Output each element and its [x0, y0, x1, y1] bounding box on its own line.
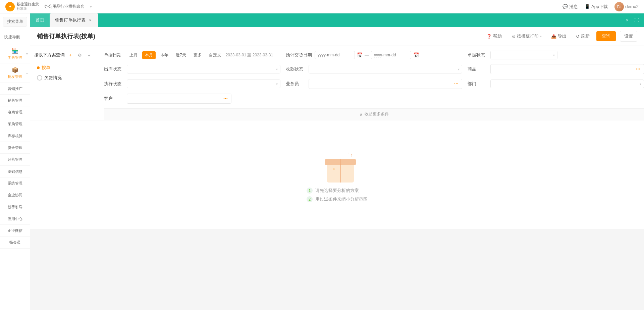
- delivery-date-start-input[interactable]: [315, 51, 355, 59]
- sidebar-item-operation[interactable]: 经营管理: [0, 154, 30, 165]
- user-profile[interactable]: Ea demo2: [614, 2, 639, 11]
- top-header: ✦ 畅捷通好生意 标准版 办公用品行业模拟账套 ▾ 💬 消息 📱 App下载 E…: [0, 0, 644, 13]
- sidebar-item-wholesale[interactable]: 📦 批发管理 ▴: [0, 63, 30, 83]
- sidebar-item-retail[interactable]: 🏪 零售管理 ▾: [0, 44, 30, 63]
- settings-label: 设置: [624, 33, 633, 39]
- sidebar-item-member[interactable]: 畅会员: [0, 237, 30, 248]
- sidebar-item-purchase[interactable]: 采购管理: [0, 118, 30, 130]
- download-icon: 📱: [585, 4, 590, 9]
- help-button[interactable]: ❓ 帮助: [484, 32, 504, 41]
- date-tab-more[interactable]: 更多: [191, 51, 204, 59]
- settings-button[interactable]: 设置: [620, 31, 637, 42]
- date-tab-7days[interactable]: 近7天: [173, 51, 189, 59]
- payment-status-group: 收款状态 ▾: [286, 65, 462, 73]
- collapse-label: 收起更多条件: [365, 111, 389, 117]
- left-filter-panel: 按以下方案查询 + ⚙ « 按单 欠货情况: [30, 46, 97, 120]
- exec-status-select[interactable]: [127, 80, 280, 88]
- tab-close-icon[interactable]: ×: [88, 17, 93, 23]
- sidebar-item-sales[interactable]: 销售管理: [0, 95, 30, 106]
- refresh-button[interactable]: ↺ 刷新: [573, 32, 592, 41]
- header-left: ✦ 畅捷通好生意 标准版 办公用品行业模拟账套 ▾: [5, 2, 92, 11]
- department-select[interactable]: [490, 80, 644, 88]
- calendar-start-icon[interactable]: 📅: [357, 52, 363, 58]
- tab-sales-order[interactable]: 销售订单执行表 ×: [50, 13, 98, 27]
- plan-item-single[interactable]: 按单: [34, 63, 93, 73]
- search-button[interactable]: 查询: [596, 31, 616, 41]
- sidebar-item-enterprise[interactable]: 企业协同: [0, 189, 30, 201]
- quick-nav-section: 快捷导航: [0, 30, 30, 44]
- window-close-button[interactable]: ×: [624, 17, 631, 23]
- tutorial-label: 新手引导: [8, 205, 22, 209]
- date-tab-last-month[interactable]: 上月: [127, 51, 140, 59]
- sidebar-item-system[interactable]: 系统管理: [0, 177, 30, 189]
- sidebar: 搜索菜单 快捷导航 🏪 零售管理 ▾ 📦 批发管理 ▴ 营销推广 销售管理 电商…: [0, 13, 30, 310]
- sidebar-item-marketing[interactable]: 营销推广: [0, 83, 30, 95]
- wholesale-arrow-icon: ▴: [26, 71, 28, 75]
- calendar-end-icon[interactable]: 📅: [413, 52, 419, 58]
- sidebar-item-finance[interactable]: 资金管理: [0, 142, 30, 154]
- doc-status-dropdown: ▾: [490, 51, 557, 59]
- product-more-dots[interactable]: ···: [636, 66, 640, 72]
- content-area: 首页 销售订单执行表 × × ⛶ 销售订单执行表(按单) ❓: [30, 13, 644, 310]
- export-button[interactable]: 📤 导出: [548, 32, 569, 41]
- sidebar-item-ecommerce[interactable]: 电商管理: [0, 106, 30, 118]
- page-actions: ❓ 帮助 🖨 按模板打印 ▾ 📤 导出 ↺: [484, 31, 637, 42]
- svg-point-6: [333, 168, 335, 170]
- add-plan-button[interactable]: +: [67, 51, 74, 59]
- tab-bar: 首页 销售订单执行表 × × ⛶: [30, 13, 644, 27]
- delivery-status-select[interactable]: [127, 65, 280, 73]
- collapse-icon: ∧: [360, 112, 363, 117]
- hint-text-1: 请先选择要分析的方案: [315, 188, 359, 194]
- delivery-date-end-input[interactable]: [371, 51, 411, 59]
- wholesale-icon: 📦: [12, 67, 18, 73]
- product-label: 商品: [468, 66, 488, 72]
- doc-status-filter-group: 单据状态 ▾: [468, 51, 644, 59]
- empty-hint-2: 2 用过滤条件来缩小分析范围: [307, 196, 368, 202]
- sidebar-item-app-center[interactable]: 应用中心: [0, 213, 30, 225]
- main-container: 搜索菜单 快捷导航 🏪 零售管理 ▾ 📦 批发管理 ▴ 营销推广 销售管理 电商…: [0, 13, 644, 310]
- customer-more-dots[interactable]: ···: [223, 96, 228, 102]
- hint-text-2: 用过滤条件来缩小分析范围: [315, 196, 368, 202]
- member-label: 畅会员: [9, 240, 20, 245]
- page-title: 销售订单执行表(按单): [37, 32, 95, 40]
- date-tab-current-year[interactable]: 本年: [158, 51, 171, 59]
- plan-item-shortage[interactable]: 欠货情况: [34, 73, 93, 83]
- page-title-row: 销售订单执行表(按单) ❓ 帮助 🖨 按模板打印 ▾ 📤: [37, 31, 637, 42]
- settings-plan-button[interactable]: ⚙: [76, 51, 84, 59]
- hint-num-1: 1: [307, 188, 313, 194]
- collapse-more-button[interactable]: ∧ 收起更多条件: [104, 108, 644, 120]
- purchase-label: 采购管理: [8, 121, 22, 126]
- search-menu-button[interactable]: 搜索菜单: [3, 17, 27, 27]
- app-download-button[interactable]: 📱 App下载: [585, 4, 608, 10]
- product-filter-group: 商品 ···: [468, 64, 644, 74]
- app-download-label: App下载: [591, 4, 608, 10]
- date-tab-current-month[interactable]: 本月: [142, 51, 156, 59]
- marketing-label: 营销推广: [8, 86, 22, 91]
- print-button[interactable]: 🖨 按模板打印 ▾: [508, 32, 544, 41]
- left-filter-title: 按以下方案查询: [34, 52, 65, 58]
- sidebar-item-basic-info[interactable]: 基础信息: [0, 166, 30, 177]
- customer-filter-group: 客户 ···: [104, 94, 231, 104]
- collapse-left-button[interactable]: «: [86, 51, 93, 59]
- app-subtitle: 标准版: [17, 6, 39, 11]
- tab-home[interactable]: 首页: [30, 13, 50, 27]
- sidebar-item-wechat[interactable]: 企业微信: [0, 225, 30, 237]
- salesperson-group: 业务员 ···: [286, 79, 462, 89]
- empty-svg: ↑ →: [320, 147, 361, 184]
- empty-illustration: ↑ →: [320, 147, 354, 181]
- doc-status-select[interactable]: [490, 51, 557, 59]
- breadcrumb: 办公用品行业模拟账套: [44, 4, 85, 9]
- user-name: demo2: [625, 4, 639, 9]
- sidebar-item-inventory[interactable]: 库存核算: [0, 130, 30, 142]
- payment-status-select[interactable]: [309, 65, 462, 73]
- quick-nav-label[interactable]: 快捷导航: [0, 32, 30, 42]
- sidebar-item-tutorial[interactable]: 新手引导: [0, 201, 30, 213]
- system-label: 系统管理: [8, 181, 22, 186]
- message-button[interactable]: 💬 消息: [562, 4, 578, 10]
- breadcrumb-arrow-icon[interactable]: ▾: [90, 4, 92, 9]
- date-tab-custom[interactable]: 自定义: [206, 51, 224, 59]
- salesperson-more-dots[interactable]: ···: [454, 81, 459, 87]
- wholesale-label: 批发管理: [8, 74, 22, 79]
- window-maximize-button[interactable]: ⛶: [633, 17, 640, 23]
- department-group: 部门 ▾: [468, 80, 644, 88]
